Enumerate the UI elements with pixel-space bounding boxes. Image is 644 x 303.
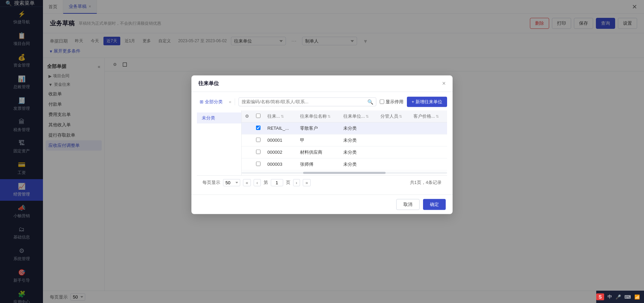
per-page-select[interactable]: 50 10 20 100 [223, 179, 240, 186]
dialog-title: 往来单位 [198, 80, 219, 86]
th-code: 往来...⇅ [264, 110, 297, 122]
per-page-label: 每页显示 [202, 179, 220, 186]
th-category: 往来单位...⇅ [340, 110, 377, 122]
prev-page-button[interactable]: ‹ [254, 179, 260, 186]
last-page-button[interactable]: » [303, 179, 311, 186]
row-code: RETAIL_... [264, 122, 297, 134]
th-checkbox[interactable] [253, 110, 264, 122]
row-code: 000001 [264, 134, 297, 146]
row-settings [242, 146, 253, 158]
partner-table-body: RETAIL_... 零散客户 未分类 000001 甲 未分类 000002 … [242, 122, 447, 170]
status-keyboard-icon: ⌨ [624, 294, 631, 300]
row-category: 未分类 [340, 134, 377, 146]
table-row[interactable]: 000002 材料供应商 未分类 [242, 146, 447, 158]
category-collapse-button[interactable]: « [229, 99, 231, 104]
dialog-table-area: ⚙ 往来...⇅ 往来单位名称⇅ 往来单位...⇅ 分管人员⇅ 客户价格...⇅ [242, 110, 447, 175]
status-network-icon: 📶 [634, 294, 640, 300]
confirm-button[interactable]: 确定 [423, 199, 446, 210]
dialog-category-list: 未分类 [197, 110, 242, 175]
row-category: 未分类 [340, 158, 377, 170]
row-manager [377, 134, 410, 146]
row-name: 甲 [297, 134, 340, 146]
status-bar: S 中 🎤 ⌨ 📶 [596, 291, 644, 303]
cancel-button[interactable]: 取消 [396, 199, 420, 210]
dialog-toolbar: ⊞ 全部分类 « 🔍 显示停用 + 新增往来单位 [197, 96, 447, 107]
th-manager: 分管人员⇅ [377, 110, 410, 122]
dialog-scroll[interactable]: ⚙ 往来...⇅ 往来单位名称⇅ 往来单位...⇅ 分管人员⇅ 客户价格...⇅ [242, 110, 447, 170]
row-checkbox[interactable] [253, 146, 264, 158]
row-settings [242, 122, 253, 134]
row-manager [377, 146, 410, 158]
dialog-footer: 取消 确定 [191, 194, 453, 214]
row-manager [377, 158, 410, 170]
search-icon: 🔍 [367, 99, 373, 104]
status-s-icon: S [596, 293, 604, 300]
row-pricelevel [410, 146, 447, 158]
row-checkbox[interactable] [253, 122, 264, 134]
add-new-partner-button[interactable]: + 新增往来单位 [407, 96, 447, 107]
category-grid-icon: ⊞ [200, 99, 203, 104]
row-code: 000002 [264, 146, 297, 158]
table-header: ⚙ 往来...⇅ 往来单位名称⇅ 往来单位...⇅ 分管人员⇅ 客户价格...⇅ [242, 110, 447, 122]
row-settings [242, 158, 253, 170]
page-prefix-label: 第 [264, 179, 268, 186]
row-pricelevel [410, 134, 447, 146]
dialog-pagination: 每页显示 50 10 20 100 « ‹ 第 页 › » 共1页，4条记录 [197, 175, 447, 189]
show-inactive-checkbox[interactable] [380, 100, 384, 104]
row-pricelevel [410, 122, 447, 134]
row-category: 未分类 [340, 146, 377, 158]
category-all-label: 全部分类 [205, 98, 223, 105]
scrollbar-thumb [303, 172, 385, 174]
dialog-header: 往来单位 × [191, 75, 453, 92]
row-checkbox[interactable] [253, 158, 264, 170]
table-row[interactable]: 000003 张师傅 未分类 [242, 158, 447, 170]
row-code: 000003 [264, 158, 297, 170]
th-pricelevel: 客户价格...⇅ [410, 110, 447, 122]
settings-icon: ⚙ [245, 114, 249, 119]
unclassified-label: 未分类 [202, 115, 215, 120]
row-manager [377, 122, 410, 134]
category-item-unclassified[interactable]: 未分类 [197, 112, 241, 123]
next-page-button[interactable]: › [293, 179, 300, 186]
dialog-body: ⊞ 全部分类 « 🔍 显示停用 + 新增往来单位 未分类 [191, 92, 453, 194]
search-box[interactable]: 🔍 [238, 97, 376, 106]
current-page-input[interactable] [271, 179, 283, 186]
row-name: 材料供应商 [297, 146, 340, 158]
show-inactive-text: 显示停用 [386, 98, 403, 105]
dialog-content: 未分类 ⚙ 往来...⇅ 往来单位名称⇅ 往来单位...⇅ [197, 110, 447, 175]
table-row[interactable]: RETAIL_... 零散客户 未分类 [242, 122, 447, 134]
row-checkbox[interactable] [253, 134, 264, 146]
search-input[interactable] [242, 99, 365, 104]
dialog-close-button[interactable]: × [442, 80, 446, 86]
row-name: 零散客户 [297, 122, 340, 134]
category-all-button[interactable]: ⊞ 全部分类 [197, 97, 225, 106]
row-name: 张师傅 [297, 158, 340, 170]
status-mic-icon: 🎤 [615, 294, 621, 300]
partner-dialog: 往来单位 × ⊞ 全部分类 « 🔍 显示停用 + 新增往来单位 [191, 75, 453, 214]
show-inactive-label[interactable]: 显示停用 [380, 98, 403, 105]
row-category: 未分类 [340, 122, 377, 134]
page-suffix-label: 页 [286, 179, 290, 186]
partner-table: ⚙ 往来...⇅ 往来单位名称⇅ 往来单位...⇅ 分管人员⇅ 客户价格...⇅ [242, 110, 447, 170]
first-page-button[interactable]: « [243, 179, 251, 186]
status-cn-label: 中 [608, 294, 612, 300]
th-settings[interactable]: ⚙ [242, 110, 253, 122]
total-records-label: 共1页，4条记录 [410, 179, 442, 186]
toolbar-divider [235, 98, 235, 105]
horizontal-scrollbar[interactable] [242, 172, 447, 174]
th-name: 往来单位名称⇅ [297, 110, 340, 122]
select-all-checkbox[interactable] [256, 113, 260, 118]
row-settings [242, 134, 253, 146]
table-row[interactable]: 000001 甲 未分类 [242, 134, 447, 146]
row-pricelevel [410, 158, 447, 170]
